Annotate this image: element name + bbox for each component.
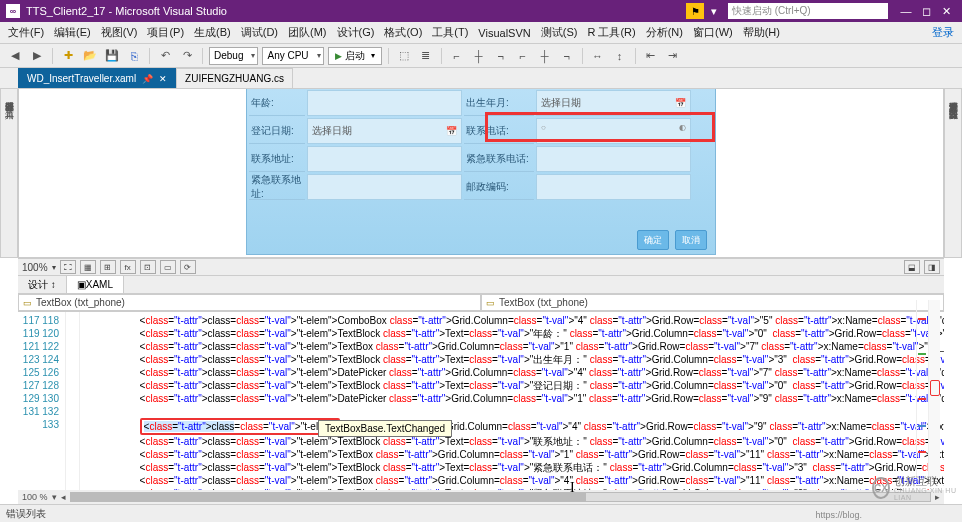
editor-hscroll[interactable]: 100 % ▾ ◂ ▸ — [18, 490, 944, 504]
zoom-down-icon[interactable]: ▾ — [52, 492, 57, 502]
size-width-icon[interactable]: ↔ — [589, 47, 607, 65]
menu-build[interactable]: 生成(B) — [194, 25, 231, 40]
menu-window[interactable]: 窗口(W) — [693, 25, 733, 40]
designer-surface[interactable]: 年龄: 出生年月: 选择日期📅 登记日期: 选择日期📅 联系电话: ○◐ 联系地… — [18, 88, 944, 258]
breadcrumb-label: TextBox (txt_phone) — [499, 297, 588, 308]
selection-highlight — [485, 112, 715, 142]
menu-format[interactable]: 格式(O) — [384, 25, 422, 40]
menu-help[interactable]: 帮助(H) — [743, 25, 780, 40]
calendar-icon[interactable]: 📅 — [446, 126, 457, 136]
tab-cs-file[interactable]: ZUIFENGZHUANG.cs — [176, 68, 293, 88]
login-link[interactable]: 登录 — [932, 25, 954, 40]
split-h-icon[interactable]: ⬓ — [904, 260, 920, 274]
menu-tools[interactable]: 工具(T) — [432, 25, 468, 40]
menu-rtools[interactable]: R 工具(R) — [587, 25, 635, 40]
notification-flag-icon[interactable]: ⚑ — [686, 3, 704, 19]
save-all-icon[interactable]: ⎘ — [125, 47, 143, 65]
notification-dropdown-icon[interactable]: ▾ — [708, 3, 720, 19]
menu-project[interactable]: 项目(P) — [147, 25, 184, 40]
menu-test[interactable]: 测试(S) — [541, 25, 578, 40]
code-editor[interactable]: 117 118 119 120 121 122 123 124 125 126 … — [18, 312, 944, 490]
breadcrumb-left[interactable]: ▭TextBox (txt_phone) — [18, 294, 481, 311]
grid-icon[interactable]: ▦ — [80, 260, 96, 274]
error-list-tab[interactable]: 错误列表 — [6, 507, 46, 521]
split-v-icon[interactable]: ◨ — [924, 260, 940, 274]
field-age[interactable] — [307, 90, 462, 116]
field-emphone[interactable] — [536, 146, 691, 172]
redo-icon[interactable]: ↷ — [178, 47, 196, 65]
cancel-button[interactable]: 取消 — [675, 230, 707, 250]
toggle-icon[interactable]: ⊡ — [140, 260, 156, 274]
effects-icon[interactable]: fx — [120, 260, 136, 274]
menu-file[interactable]: 文件(F) — [8, 25, 44, 40]
close-tab-icon[interactable]: ✕ — [159, 74, 167, 84]
menu-analyze[interactable]: 分析(N) — [646, 25, 683, 40]
scroll-track[interactable] — [70, 492, 931, 502]
restore-button[interactable]: ◻ — [916, 5, 936, 18]
ok-button[interactable]: 确定 — [637, 230, 669, 250]
left-side-panel[interactable]: 服务器资源管理器 工具箱 — [0, 88, 18, 258]
textbox-icon: ▭ — [486, 298, 495, 308]
phone-icon[interactable]: ▭ — [160, 260, 176, 274]
close-button[interactable]: ✕ — [936, 5, 956, 18]
nav-back-icon[interactable]: ◀ — [6, 47, 24, 65]
align-right-icon[interactable]: ¬ — [492, 47, 510, 65]
menu-team[interactable]: 团队(M) — [288, 25, 327, 40]
fit-icon[interactable]: ⛶ — [60, 260, 76, 274]
refresh-icon[interactable]: ⟳ — [180, 260, 196, 274]
align-left-icon[interactable]: ⌐ — [448, 47, 466, 65]
align-top-icon[interactable]: ⌐ — [514, 47, 532, 65]
team-explorer-tab[interactable]: 团队资源管理器 — [947, 101, 960, 105]
scroll-thumb[interactable] — [71, 493, 587, 501]
quick-launch-input[interactable]: 快速启动 (Ctrl+Q) — [728, 3, 888, 19]
zoom-combo[interactable]: 100% — [22, 262, 48, 273]
config-combo[interactable]: Debug — [209, 47, 258, 65]
field-emaddress[interactable] — [307, 174, 462, 200]
snap-icon[interactable]: ⊞ — [100, 260, 116, 274]
start-label: 启动 — [345, 49, 365, 63]
menu-edit[interactable]: 编辑(E) — [54, 25, 91, 40]
size-height-icon[interactable]: ↕ — [611, 47, 629, 65]
tab-xaml-file[interactable]: WD_InsertTraveller.xaml 📌 ✕ — [18, 68, 176, 88]
vspace-icon[interactable]: ⇥ — [664, 47, 682, 65]
menu-view[interactable]: 视图(V) — [101, 25, 138, 40]
right-side-panel[interactable]: 解决方案资源管理器 团队资源管理器 — [944, 88, 962, 258]
align-bottom-icon[interactable]: ¬ — [558, 47, 576, 65]
align-middle-icon[interactable]: ┼ — [536, 47, 554, 65]
toolbar-btn-b[interactable]: ≣ — [417, 47, 435, 65]
toolbox-tab[interactable]: 工具箱 — [3, 101, 16, 105]
field-zip[interactable] — [536, 174, 691, 200]
undo-icon[interactable]: ↶ — [156, 47, 174, 65]
solution-explorer-tab[interactable]: 解决方案资源管理器 — [947, 93, 960, 97]
menu-design[interactable]: 设计(G) — [337, 25, 375, 40]
overview-margin[interactable] — [916, 300, 944, 478]
breadcrumb-label: TextBox (txt_phone) — [36, 297, 125, 308]
pin-icon[interactable]: 📌 — [142, 74, 153, 84]
new-project-icon[interactable]: ✚ — [59, 47, 77, 65]
calendar-icon[interactable]: 📅 — [675, 98, 686, 108]
minimize-button[interactable]: — — [896, 5, 916, 17]
field-regdate[interactable]: 选择日期📅 — [307, 118, 462, 144]
design-xaml-tabs: 设计 ↕ ▣ XAML — [18, 276, 944, 294]
scroll-left-icon[interactable]: ◂ — [61, 492, 66, 502]
nav-fwd-icon[interactable]: ▶ — [28, 47, 46, 65]
hspace-icon[interactable]: ⇤ — [642, 47, 660, 65]
textbox-icon: ▭ — [23, 298, 32, 308]
breadcrumb-right[interactable]: ▭TextBox (txt_phone) — [481, 294, 944, 311]
toolbar-btn-a[interactable]: ⬚ — [395, 47, 413, 65]
menu-visualsvn[interactable]: VisualSVN — [478, 27, 530, 39]
menu-bar: 文件(F) 编辑(E) 视图(V) 项目(P) 生成(B) 调试(D) 团队(M… — [0, 22, 962, 44]
align-center-icon[interactable]: ┼ — [470, 47, 488, 65]
intellisense-tooltip: TextBoxBase.TextChanged — [318, 420, 452, 437]
menu-debug[interactable]: 调试(D) — [241, 25, 278, 40]
code-content[interactable]: <class="t-attr">class=class="t-val">"t-e… — [80, 312, 944, 490]
save-icon[interactable]: 💾 — [103, 47, 121, 65]
fold-gutter[interactable] — [66, 312, 80, 490]
server-explorer-tab[interactable]: 服务器资源管理器 — [3, 93, 16, 97]
design-tab[interactable]: 设计 ↕ — [18, 276, 67, 293]
field-address[interactable] — [307, 146, 462, 172]
start-button[interactable]: ▶启动▾ — [328, 47, 382, 65]
platform-combo[interactable]: Any CPU — [262, 47, 323, 65]
xaml-tab[interactable]: ▣ XAML — [67, 276, 124, 293]
open-icon[interactable]: 📂 — [81, 47, 99, 65]
